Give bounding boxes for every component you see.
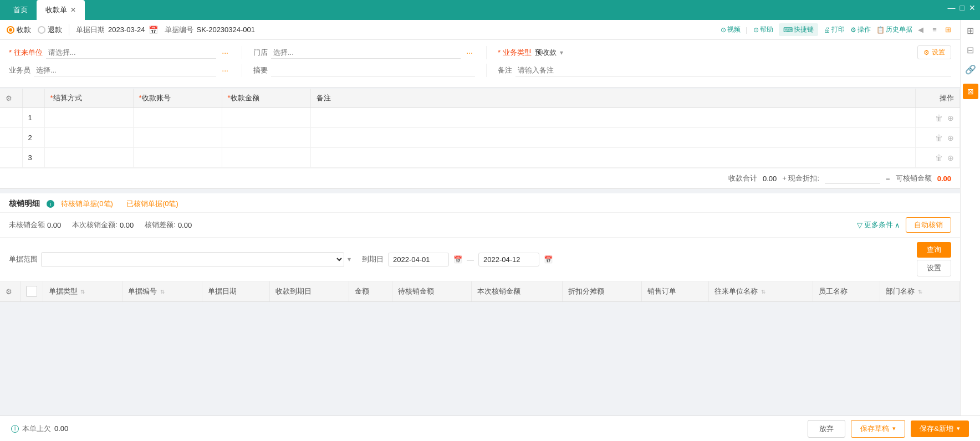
sidebar-table-icon[interactable]: ⊞ [967, 25, 974, 36]
btcol-staff: 员工名称 [813, 281, 880, 302]
staff-more-btn[interactable]: ··· [220, 66, 231, 75]
filter-chevron-icon: ∧ [895, 221, 900, 229]
form-area: * 往来单位 ··· 门店 ··· * 业务类型 预收款 ▾ ⚙ 设置 [0, 40, 960, 88]
history-link[interactable]: 📋 历史单据 [876, 25, 912, 34]
form-row-1: * 往来单位 ··· 门店 ··· * 业务类型 预收款 ▾ ⚙ 设置 [9, 45, 951, 59]
query-btn[interactable]: 查询 [917, 242, 951, 258]
end-date-input[interactable] [478, 253, 539, 266]
business-type-dropdown[interactable]: ▾ [560, 49, 563, 57]
sort-counterparty-icon[interactable]: ⇅ [761, 289, 765, 295]
table-header-row: ⚙ *结算方式 *收款账号 *收款金额 备注 操作 [0, 89, 960, 108]
store-more-btn[interactable]: ··· [464, 48, 475, 57]
tab-receipt-close[interactable]: ✕ [70, 6, 76, 14]
row-actions-1: 🗑 ⊕ [916, 108, 960, 128]
doc-range-select[interactable] [41, 252, 344, 267]
list-view-icon[interactable]: ≡ [929, 24, 940, 35]
row-remark-2[interactable] [310, 128, 916, 148]
bottom-table-wrap: ⚙ 单据类型 ⇅ 单据编号 ⇅ 单据日期 [0, 281, 960, 302]
summary-input[interactable] [271, 64, 475, 76]
date-sep: — [467, 255, 474, 264]
verification-info-icon[interactable]: i [47, 200, 54, 208]
grid-view-icon[interactable]: ⊞ [942, 24, 953, 35]
btcol-counterparty: 往来单位名称 ⇅ [709, 281, 813, 302]
btcol-doctype: 单据类型 ⇅ [43, 281, 122, 302]
total-value: 0.00 [763, 175, 777, 183]
counterparty-more-btn[interactable]: ··· [220, 48, 231, 57]
video-icon: ⊙ [721, 26, 726, 34]
staff-input[interactable] [34, 64, 216, 76]
radio-refund[interactable]: 退款 [38, 25, 62, 35]
btcol-sales: 销售订单 [642, 281, 709, 302]
radio-receipt[interactable]: 收款 [7, 25, 31, 35]
discount-input[interactable] [825, 173, 880, 184]
row-remark-3[interactable] [310, 148, 916, 168]
shortcut-icon: ⌨ [783, 26, 793, 34]
end-cal-icon[interactable]: 📅 [544, 255, 553, 264]
unchecked-label: 未核销金额 [9, 220, 45, 230]
print-link[interactable]: 🖨 打印 [824, 25, 845, 34]
row-actions-3: 🗑 ⊕ [916, 148, 960, 168]
maximize-btn[interactable]: □ [960, 3, 964, 12]
sidebar-attach-icon[interactable]: 🔗 [965, 64, 976, 75]
pending-tab-link[interactable]: 待核销单据(0笔) [61, 199, 113, 209]
more-filter-link[interactable]: ▽ 更多条件 ∧ [857, 220, 900, 230]
calendar-icon[interactable]: 📅 [149, 25, 158, 34]
actions-link[interactable]: ⚙ 操作 [850, 25, 871, 34]
done-tab-link[interactable]: 已核销单据(0笔) [126, 199, 178, 209]
sidebar-expand-icon[interactable]: ⊠ [963, 84, 978, 99]
video-link[interactable]: ⊙ 视频 [721, 25, 741, 34]
settings-button[interactable]: ⚙ 设置 [917, 45, 951, 59]
remark-input[interactable] [515, 64, 951, 76]
table-gear-icon[interactable]: ⚙ [6, 94, 12, 102]
sort-dept-icon[interactable]: ⇅ [918, 289, 922, 295]
tab-home[interactable]: 首页 [4, 0, 37, 20]
summary-row: 收款合计 0.00 + 现金折扣: = 可核销金额 0.00 [0, 168, 960, 189]
sort-doctype-icon[interactable]: ⇅ [80, 289, 85, 295]
form-sep-4 [486, 64, 487, 77]
row-settle-1[interactable] [44, 108, 133, 128]
auto-verification-btn[interactable]: 自动核销 [906, 217, 951, 233]
row-amount-1[interactable] [222, 108, 310, 128]
current-value: 0.00 [120, 221, 134, 229]
toolbar-right: ⊙ 视频 | ⊙ 帮助 ⌨ 快捷键 🖨 打印 ⚙ 操作 📋 历史单据 [721, 23, 953, 36]
row-amount-2[interactable] [222, 128, 310, 148]
minimize-btn[interactable]: — [948, 3, 956, 12]
verification-settings-btn[interactable]: 设置 [917, 260, 951, 276]
row-remark-1[interactable] [310, 108, 916, 128]
bottom-table-gear-icon[interactable]: ⚙ [6, 288, 12, 296]
start-date-input[interactable] [388, 253, 449, 266]
row-delete-2[interactable]: 🗑 [935, 134, 943, 142]
row-amount-3[interactable] [222, 148, 310, 168]
stats-right: ▽ 更多条件 ∧ 自动核销 [857, 217, 951, 233]
right-sidebar: ⊞ ⊟ 🔗 ⊠ [960, 20, 980, 327]
row-copy-3[interactable]: ⊕ [947, 153, 954, 162]
sort-docnum-icon[interactable]: ⇅ [160, 289, 165, 295]
select-all-checkbox[interactable] [26, 286, 37, 297]
row-delete-1[interactable]: 🗑 [935, 114, 943, 122]
row-index-1: 1 [22, 108, 44, 128]
help-icon: ⊙ [753, 26, 759, 34]
row-copy-1[interactable]: ⊕ [947, 114, 954, 122]
store-input[interactable] [271, 47, 461, 59]
row-settle-3[interactable] [44, 148, 133, 168]
row-account-3[interactable] [133, 148, 222, 168]
col-settle-method: *结算方式 [44, 89, 133, 108]
business-type-value: 预收款 [535, 48, 557, 58]
counterparty-input[interactable] [46, 47, 217, 59]
help-link[interactable]: ⊙ 帮助 [753, 25, 773, 34]
row-account-2[interactable] [133, 128, 222, 148]
bottom-table: ⚙ 单据类型 ⇅ 单据编号 ⇅ 单据日期 [0, 281, 960, 302]
row-delete-3[interactable]: 🗑 [935, 153, 943, 162]
nav-prev-icon[interactable]: ◀ [918, 25, 923, 34]
close-btn[interactable]: ✕ [969, 3, 976, 12]
start-cal-icon[interactable]: 📅 [453, 255, 462, 264]
col-amount: *收款金额 [222, 89, 310, 108]
sidebar-print-icon[interactable]: ⊟ [967, 45, 974, 55]
row-settle-2[interactable] [44, 128, 133, 148]
row-account-1[interactable] [133, 108, 222, 128]
doc-range-arrow[interactable]: ▾ [348, 255, 351, 263]
shortcut-link[interactable]: ⌨ 快捷键 [779, 23, 818, 36]
row-copy-2[interactable]: ⊕ [947, 134, 954, 142]
nav-arrows[interactable]: ◀ [918, 25, 923, 34]
tab-receipt[interactable]: 收款单 ✕ [37, 0, 85, 20]
